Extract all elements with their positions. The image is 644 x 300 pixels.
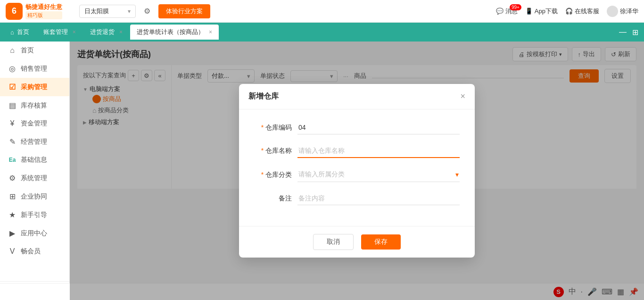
sidebar-item-vip[interactable]: V 畅会员 <box>0 242 69 260</box>
tab-minimize-button[interactable]: — <box>617 28 628 37</box>
save-button[interactable]: 保存 <box>361 234 401 250</box>
sidebar-item-basic[interactable]: Ea 基础信息 <box>0 151 69 169</box>
customer-service-item[interactable]: 🎧 在线客服 <box>565 7 599 16</box>
sidebar-inventory-label: 库存核算 <box>21 101 47 110</box>
tab-account-close-icon[interactable]: × <box>73 29 76 35</box>
dialog-title: 新增仓库 <box>248 92 279 101</box>
tab-purchase-stats-label: 进货单统计表（按商品） <box>137 28 204 36</box>
sidebar-item-sales[interactable]: ◎ 销售管理 <box>0 59 69 78</box>
content-area: 进货单统计(按商品) 🖨 按模板打印 ▾ ↑ 导出 ↺ 刷新 <box>70 42 644 300</box>
notification-badge: 99+ <box>510 4 521 10</box>
name-input[interactable] <box>297 144 460 158</box>
operation-icon: ✎ <box>8 137 17 146</box>
modal-overlay: 新增仓库 × 仓库编码 仓库名称 仓库分类 <box>70 42 644 300</box>
sidebar-item-purchase[interactable]: ☑ 采购管理 <box>0 78 69 96</box>
avatar-icon <box>607 6 618 17</box>
nav-tabs: ⌂ 首页 账套管理 × 进货退货 × 进货单统计表（按商品） × — ⊞ <box>0 23 644 42</box>
category-label: 仓库分类 <box>254 171 292 179</box>
username-label: 徐泽华 <box>620 7 638 16</box>
sidebar-system-label: 系统管理 <box>21 174 47 183</box>
sidebar-item-operation[interactable]: ✎ 经营管理 <box>0 133 69 151</box>
code-input[interactable] <box>297 121 460 134</box>
note-input[interactable] <box>297 192 460 205</box>
store-name: 日太阳膜 <box>84 7 109 16</box>
category-placeholder: 请输入所属分类 <box>298 170 455 179</box>
store-selector[interactable]: 日太阳膜 ▾ <box>79 5 136 18</box>
logo-icon: 6 <box>6 3 23 20</box>
sidebar-item-system[interactable]: ⚙ 系统管理 <box>0 169 69 187</box>
main-layout: ⌂ 首页 ◎ 销售管理 ☑ 采购管理 ▤ 库存核算 ¥ 资金管理 ✎ 经营管理 … <box>0 42 644 300</box>
guide-icon: ★ <box>8 210 17 219</box>
notification-item[interactable]: 💬 消息 99+ <box>496 7 518 16</box>
dialog-add-warehouse: 新增仓库 × 仓库编码 仓库名称 仓库分类 <box>239 84 475 258</box>
tab-purchase-stats[interactable]: 进货单统计表（按商品） × <box>130 25 219 40</box>
sidebar-finance-label: 资金管理 <box>21 119 47 128</box>
logo-area: 6 畅捷通好生意 精巧版 <box>6 3 75 20</box>
dialog-body: 仓库编码 仓库名称 仓库分类 请输入所属分类 ▾ <box>239 109 475 226</box>
sidebar-item-home[interactable]: ⌂ 首页 <box>0 42 69 59</box>
sidebar-purchase-label: 采购管理 <box>21 83 47 92</box>
headphone-icon: 🎧 <box>565 8 573 15</box>
settings-button[interactable]: ⚙ <box>140 4 155 19</box>
dialog-close-button[interactable]: × <box>460 92 465 101</box>
tab-home-label: 首页 <box>17 28 29 36</box>
sidebar-vip-label: 畅会员 <box>21 247 41 256</box>
inventory-icon: ▤ <box>8 101 17 110</box>
dialog-header: 新增仓库 × <box>239 84 475 109</box>
form-row-code: 仓库编码 <box>254 121 460 134</box>
sidebar-item-apps[interactable]: ▶ 应用中心 <box>0 224 69 242</box>
sidebar-apps-label: 应用中心 <box>21 229 47 238</box>
tab-returns-close-icon[interactable]: × <box>119 29 123 35</box>
enterprise-icon: ⊞ <box>8 192 17 201</box>
sidebar-item-guide[interactable]: ★ 新手引导 <box>0 206 69 224</box>
trial-button[interactable]: 体验行业方案 <box>158 4 210 18</box>
header-right: 💬 消息 99+ 📱 App下载 🎧 在线客服 徐泽华 <box>496 6 638 17</box>
category-select[interactable]: 请输入所属分类 ▾ <box>297 167 460 182</box>
message-icon: 💬 <box>496 8 504 15</box>
sidebar-enterprise-label: 企业协同 <box>21 192 47 201</box>
apps-icon: ▶ <box>8 229 17 238</box>
app-download-label: App下载 <box>535 7 558 16</box>
note-label: 备注 <box>254 194 292 203</box>
sidebar-guide-label: 新手引导 <box>21 211 47 219</box>
category-arrow-icon: ▾ <box>455 171 459 178</box>
sidebar-sales-label: 销售管理 <box>21 65 47 73</box>
tab-account[interactable]: 账套管理 × <box>37 25 83 40</box>
store-chevron-icon: ▾ <box>128 8 131 15</box>
logo-tag: 精巧版 <box>25 11 62 19</box>
form-row-name: 仓库名称 <box>254 144 460 158</box>
home-icon: ⌂ <box>10 29 14 36</box>
code-label: 仓库编码 <box>254 124 292 132</box>
system-icon: ⚙ <box>8 174 17 183</box>
tab-home[interactable]: ⌂ 首页 <box>4 25 36 40</box>
home-sidebar-icon: ⌂ <box>8 46 17 55</box>
tab-expand-button[interactable]: ⊞ <box>630 28 640 37</box>
cancel-button[interactable]: 取消 <box>313 234 354 250</box>
sidebar-home-label: 首页 <box>21 46 34 55</box>
app-icon: 📱 <box>525 8 533 15</box>
app-download-item[interactable]: 📱 App下载 <box>525 7 558 16</box>
tab-purchase-stats-close-icon[interactable]: × <box>209 29 212 35</box>
basic-icon: Ea <box>8 157 17 163</box>
dialog-footer: 取消 保存 <box>239 226 475 258</box>
logo-text: 畅捷通好生意 <box>25 3 62 11</box>
user-avatar[interactable]: 徐泽华 <box>607 6 638 17</box>
purchase-icon: ☑ <box>8 83 17 92</box>
sidebar-operation-label: 经营管理 <box>21 138 47 146</box>
form-row-note: 备注 <box>254 192 460 205</box>
tab-account-label: 账套管理 <box>43 28 68 36</box>
sidebar-item-inventory[interactable]: ▤ 库存核算 <box>0 96 69 115</box>
customer-service-label: 在线客服 <box>575 7 599 16</box>
sales-icon: ◎ <box>8 64 17 73</box>
top-header: 6 畅捷通好生意 精巧版 日太阳膜 ▾ ⚙ 体验行业方案 💬 消息 99+ 📱 … <box>0 0 644 23</box>
vip-icon: V <box>8 247 17 256</box>
sidebar-basic-label: 基础信息 <box>21 156 47 164</box>
sidebar-item-enterprise[interactable]: ⊞ 企业协同 <box>0 187 69 206</box>
form-row-category: 仓库分类 请输入所属分类 ▾ <box>254 167 460 182</box>
tab-returns-label: 进货退货 <box>90 28 115 36</box>
name-label: 仓库名称 <box>254 147 292 155</box>
tab-returns[interactable]: 进货退货 × <box>83 25 129 40</box>
sidebar-item-finance[interactable]: ¥ 资金管理 <box>0 115 69 133</box>
sidebar: ⌂ 首页 ◎ 销售管理 ☑ 采购管理 ▤ 库存核算 ¥ 资金管理 ✎ 经营管理 … <box>0 42 70 300</box>
finance-icon: ¥ <box>8 119 17 128</box>
